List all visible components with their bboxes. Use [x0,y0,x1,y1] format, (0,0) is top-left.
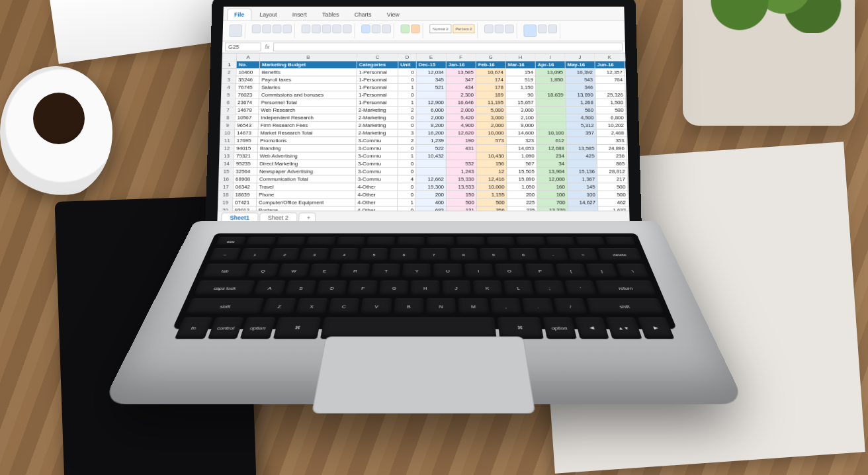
cell[interactable]: 06342 [233,183,257,191]
cell[interactable]: 522 [416,144,447,152]
cell[interactable]: Postage [256,206,355,210]
cell[interactable]: 3 [398,129,416,137]
header-cell[interactable]: Categories [357,61,398,68]
cell[interactable]: 90 [506,91,536,99]
cell[interactable]: 339 [628,191,629,198]
conditional-format-icon[interactable] [400,24,410,33]
cell[interactable]: 15,657 [506,99,536,106]
cell[interactable]: 234 [537,152,567,160]
cell[interactable]: 2 [398,137,416,145]
cell[interactable]: 12,662 [416,175,447,183]
cell[interactable]: 1,268 [566,99,595,106]
header-cell[interactable]: Jan-16 [446,61,476,68]
cell[interactable]: Web Advertising [257,152,356,160]
cell[interactable]: 14,053 [506,144,537,152]
cell[interactable]: 500 [597,183,628,191]
row-header[interactable]: 14 [219,160,234,168]
cell[interactable]: 10,100 [536,129,566,137]
cell[interactable]: 5,420 [446,114,476,122]
row-header[interactable]: 12 [220,144,234,152]
cell[interactable]: 45,780 [627,144,629,152]
cell[interactable]: 13,370 [537,206,568,210]
cell[interactable]: 500 [597,191,628,198]
cell[interactable]: 346 [566,83,595,91]
table-row[interactable]: 476745Salaries1-Personnal15214341781,150… [222,83,630,91]
cell[interactable]: 131 [446,206,476,210]
cell[interactable]: 543 [565,76,595,83]
cell[interactable]: Market Research Total [258,129,356,137]
cell[interactable] [567,160,597,168]
cell[interactable]: 10460 [236,69,260,76]
cell[interactable]: 18639 [233,191,257,198]
cell[interactable]: 0 [398,76,416,83]
cell[interactable]: 0 [398,91,417,99]
cell[interactable]: 1 [398,152,416,160]
cell[interactable]: 2,000 [446,107,476,114]
row-header[interactable]: 19 [218,198,233,206]
cell[interactable]: 15,136 [567,167,597,175]
cell[interactable]: 25,326 [595,91,625,99]
cell[interactable]: 1,703 [629,206,630,210]
insert-cells-icon[interactable] [484,24,494,33]
cell[interactable]: 521 [416,83,446,91]
cell[interactable]: 13,585 [566,144,597,152]
column-header[interactable]: L [625,54,630,61]
filter-icon[interactable] [548,24,557,33]
cell[interactable]: 865 [597,160,627,168]
cell[interactable]: 100 [537,191,568,198]
cell[interactable]: 156 [476,160,507,168]
cell[interactable]: 76023 [236,91,259,99]
cell[interactable]: 500 [446,198,476,206]
cell[interactable]: 4,500 [566,114,596,122]
cell[interactable]: 0 [398,69,416,76]
cell[interactable]: Web Research [259,107,357,114]
cell[interactable]: 400 [628,183,630,191]
cell[interactable]: 10,430 [476,152,507,160]
table-row[interactable]: 1495235Direct Marketing3-Commu0532156567… [219,160,629,168]
cell[interactable]: 150 [446,191,476,198]
cell[interactable]: 1,090 [506,152,537,160]
cell[interactable]: 683 [416,206,447,210]
cell[interactable]: 0 [398,206,416,210]
header-cell[interactable]: Dec-15 [416,61,446,68]
cell[interactable]: Computer/Office Equipment [256,198,355,206]
header-cell[interactable]: Apr-16 [535,61,565,68]
row-header[interactable]: 11 [220,137,234,145]
cell[interactable]: 16,392 [565,69,595,76]
cell[interactable]: 700 [537,198,568,206]
cell[interactable]: 1-Personnal [357,83,398,91]
cell[interactable]: 17695 [234,137,258,145]
cell[interactable]: 13,095 [535,69,565,76]
column-header[interactable]: E [416,54,446,61]
cell[interactable]: 612 [537,137,567,145]
cell[interactable]: 16,646 [446,99,476,106]
cell[interactable]: 109 [627,175,629,183]
cell[interactable]: 19,300 [416,183,447,191]
cell[interactable]: 3-Commu [355,167,398,175]
cell[interactable]: 347 [446,76,476,83]
cell[interactable] [568,206,598,210]
cell[interactable]: 2,100 [506,114,536,122]
table-row[interactable]: 335246Payroll taxes1-Personnal0345347174… [222,76,629,83]
cell[interactable]: 4 [398,175,416,183]
table-row[interactable]: 1907421Computer/Office Equipment4-Other1… [218,198,630,206]
cell[interactable]: 334 [625,69,629,76]
cell[interactable] [416,160,447,168]
cell[interactable]: 3,674 [626,107,630,114]
menu-tab-charts[interactable]: Charts [347,9,378,21]
cell[interactable]: 2,468 [596,129,627,137]
column-header[interactable]: H [505,54,535,61]
cell[interactable]: 236 [597,152,627,160]
row-header[interactable]: 16 [219,175,234,183]
row-header[interactable]: 8 [220,114,235,122]
table-row[interactable]: 1294015Branding3-Commu052243114,05312,68… [220,144,629,152]
cell[interactable]: 32564 [234,167,257,175]
cell[interactable]: 462 [597,198,628,206]
grid-area[interactable]: ABCDEFGHIJKLM 1No.Marketing BudgetCatego… [218,53,629,210]
column-header-row[interactable]: ABCDEFGHIJKLM [222,54,629,61]
column-header[interactable]: K [595,54,625,61]
cell[interactable] [625,76,630,83]
cell[interactable]: Direct Marketing [257,160,356,168]
cell[interactable] [536,107,566,114]
comma-icon[interactable] [382,24,391,33]
